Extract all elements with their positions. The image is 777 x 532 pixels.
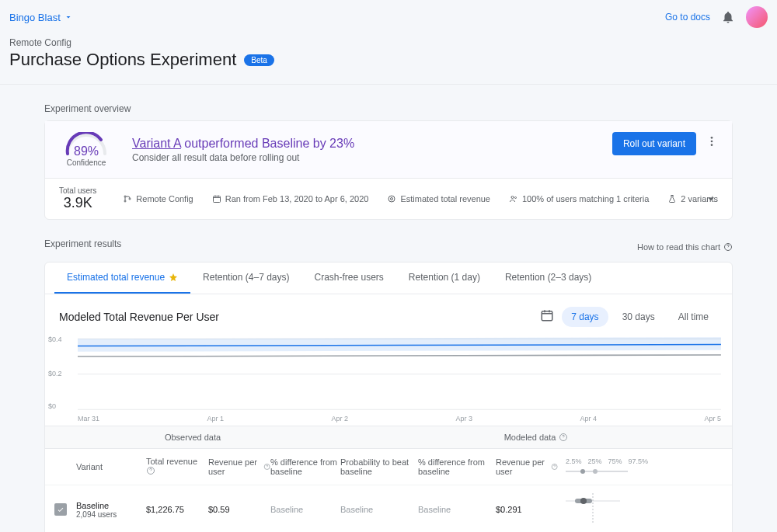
date-range-meta: Ran from Feb 13, 2020 to Apr 6, 2020	[212, 194, 369, 203]
variant-checkbox-baseline[interactable]	[54, 503, 67, 516]
winning-variant-link[interactable]: Variant A	[132, 137, 181, 150]
confidence-label: Confidence	[59, 158, 113, 167]
page-title: Purchase Options Experiment	[9, 50, 236, 70]
prob-baseline: Baseline	[340, 505, 418, 514]
project-switcher[interactable]: Bingo Blast	[9, 12, 73, 23]
range-30-days[interactable]: 30 days	[613, 307, 664, 327]
users-matching-meta: 100% of users matching 1 criteria	[509, 194, 649, 203]
svg-rect-6	[213, 196, 220, 203]
confidence-gauge: 89% Confidence	[59, 132, 113, 167]
y-tick-1: $0.2	[48, 370, 62, 377]
help-icon	[723, 242, 733, 252]
help-icon[interactable]	[559, 433, 568, 442]
chart-svg	[78, 332, 721, 411]
outcome-headline: Variant A outperformed Baseline by 23%	[132, 137, 354, 151]
y-tick-2: $0	[48, 402, 56, 410]
metric-tabs: Estimated total revenue Retention (4–7 d…	[45, 263, 732, 294]
tab-crash-free[interactable]: Crash-free users	[301, 263, 395, 294]
calendar-picker-button[interactable]	[537, 305, 557, 328]
distribution-scale-icon	[566, 468, 628, 475]
column-group-header: Observed data Modeled data	[45, 426, 732, 449]
results-section-title: Experiment results	[44, 238, 121, 249]
target-icon	[387, 194, 396, 203]
variant-users-baseline: 2,094 users	[76, 510, 146, 519]
observed-group-label: Observed data	[45, 426, 340, 448]
check-icon	[57, 506, 64, 513]
col-diff-header: % difference from baseline	[270, 457, 340, 476]
overview-section-title: Experiment overview	[44, 103, 733, 114]
svg-point-3	[124, 196, 126, 197]
chart-title: Modeled Total Revenue Per User	[59, 311, 219, 323]
svg-point-0	[711, 137, 713, 139]
breadcrumb: Remote Config	[9, 37, 768, 48]
expand-chevron-icon[interactable]	[704, 192, 718, 206]
tab-retention-1[interactable]: Retention (1 day)	[396, 263, 493, 294]
calendar-icon	[212, 194, 221, 203]
svg-point-23	[580, 469, 585, 474]
col-revenue-per-user-header: Revenue per user	[208, 457, 270, 476]
total-users-label: Total users	[59, 186, 96, 195]
help-icon[interactable]	[551, 462, 558, 471]
revenue-chart: $0.4 $0.2 $0 Mar 31 Apr 1 Apr 2 Apr 3 Ap…	[45, 332, 732, 426]
variant-name-baseline: Baseline	[76, 501, 146, 510]
flask-icon	[667, 194, 677, 203]
diff-baseline: Baseline	[270, 505, 340, 514]
rollout-variant-button[interactable]: Roll out variant	[612, 132, 696, 155]
tab-retention-2-3[interactable]: Retention (2–3 days)	[493, 263, 604, 294]
project-name: Bingo Blast	[9, 12, 61, 23]
star-icon	[169, 273, 178, 282]
branch-icon	[123, 194, 132, 203]
rev-per-user2-baseline: $0.291	[496, 505, 558, 514]
notification-bell-icon[interactable]	[721, 10, 735, 24]
svg-point-7	[388, 196, 395, 202]
users-icon	[509, 194, 518, 203]
chevron-down-icon	[64, 12, 73, 22]
svg-rect-12	[542, 311, 553, 321]
diff2-baseline: Baseline	[418, 505, 496, 514]
col-probability-header: Probability to beat baseline	[340, 457, 418, 476]
total-revenue-baseline: $1,226.75	[146, 505, 208, 514]
outcome-subhead: Consider all result data before rolling …	[132, 152, 354, 163]
calendar-icon	[540, 308, 554, 322]
svg-point-10	[515, 197, 517, 199]
range-7-days[interactable]: 7 days	[562, 307, 608, 327]
col-distribution-header: 2.5% 25% 75% 97.5%	[558, 457, 723, 476]
beta-badge: Beta	[244, 54, 274, 66]
results-card: Estimated total revenue Retention (4–7 d…	[44, 262, 733, 532]
how-to-read-link[interactable]: How to read this chart	[637, 242, 733, 252]
x-axis-labels: Mar 31 Apr 1 Apr 2 Apr 3 Apr 4 Apr 5	[78, 415, 721, 422]
y-tick-0: $0.4	[48, 336, 62, 343]
col-diff2-header: % difference from baseline	[418, 457, 496, 476]
col-variant-header: Variant	[76, 462, 146, 471]
user-avatar[interactable]	[746, 6, 768, 28]
col-revenue-per-user2-header: Revenue per user	[496, 457, 558, 476]
confidence-value: 89%	[59, 144, 113, 158]
tab-retention-4-7[interactable]: Retention (4–7 days)	[190, 263, 301, 294]
svg-point-9	[511, 196, 514, 199]
table-header-row: Variant Total revenue Revenue per user %…	[45, 449, 732, 485]
svg-line-17	[78, 355, 721, 356]
svg-point-27	[580, 498, 587, 504]
help-icon[interactable]	[263, 462, 270, 471]
more-options-icon[interactable]	[706, 135, 718, 148]
modeled-group-label: Modeled data	[340, 426, 732, 448]
help-icon[interactable]	[146, 466, 155, 475]
tab-estimated-revenue[interactable]: Estimated total revenue	[54, 263, 190, 294]
total-users-value: 3.9K	[59, 195, 96, 211]
col-total-revenue-header: Total revenue	[146, 457, 208, 477]
svg-point-1	[711, 141, 713, 143]
svg-point-5	[129, 198, 131, 200]
distribution-baseline	[558, 493, 723, 526]
config-type-meta: Remote Config	[123, 194, 193, 203]
table-row-baseline: Baseline 2,094 users $1,226.75 $0.59 Bas…	[45, 485, 732, 532]
range-all-time[interactable]: All time	[669, 307, 718, 327]
svg-point-24	[593, 469, 598, 474]
docs-link[interactable]: Go to docs	[665, 12, 710, 23]
overview-card: 89% Confidence Variant A outperformed Ba…	[44, 120, 733, 220]
objective-meta: Estimated total revenue	[387, 194, 490, 203]
svg-point-8	[391, 198, 393, 200]
svg-point-4	[124, 200, 126, 202]
rev-per-user-baseline: $0.59	[208, 505, 270, 514]
svg-point-2	[711, 144, 713, 146]
